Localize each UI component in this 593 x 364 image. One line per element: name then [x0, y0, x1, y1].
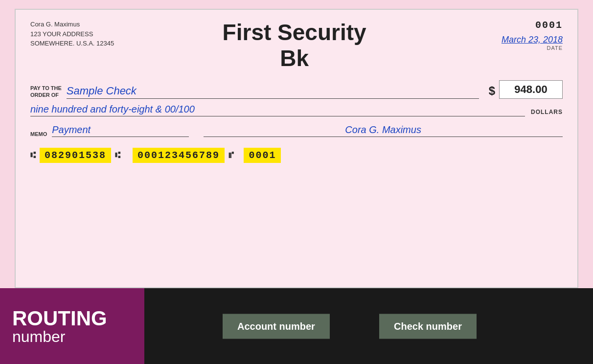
legend-right-area: Account number Check number — [144, 288, 593, 364]
owner-name: Cora G. Maximus — [30, 20, 114, 29]
payee-name: Sample Check — [67, 85, 137, 97]
memo-line: Payment — [52, 124, 189, 137]
check-owner-info: Cora G. Maximus 123 YOUR ADDRESS SOMEWHE… — [30, 20, 114, 48]
owner-address2: SOMEWHERE. U.S.A. 12345 — [30, 39, 114, 48]
dollars-label: DOLLARS — [531, 109, 563, 115]
account-number-micr: 000123456789 — [133, 148, 225, 163]
pay-to-row: PAY TO THE ORDER OF Sample Check $ 948.0… — [30, 80, 563, 99]
micr-equals-symbol: ⑈ — [228, 150, 234, 160]
check-header: Cora G. Maximus 123 YOUR ADDRESS SOMEWHE… — [30, 20, 563, 71]
memo-value: Payment — [52, 124, 91, 135]
routing-label-box: ROUTING number — [0, 288, 144, 364]
signature-line: Cora G. Maximus — [204, 124, 563, 137]
micr-close-symbol: ⑆ — [115, 150, 120, 160]
micr-open-symbol: ⑆ — [30, 150, 36, 160]
amount-box: 948.00 — [499, 80, 563, 99]
written-amount-row: nine hundred and forty-eight & 00/100 DO… — [30, 104, 563, 116]
check-date-value: March 23, 2018 — [475, 35, 563, 45]
routing-top-label: ROUTING — [12, 308, 132, 329]
check-number-label: Check number — [379, 314, 477, 339]
routing-bottom-label: number — [12, 329, 132, 344]
bank-name: First Security Bk — [114, 20, 475, 71]
memo-label: MEMO — [30, 131, 47, 137]
check-number-display: 0001 — [475, 20, 563, 31]
pay-to-label: PAY TO THE ORDER OF — [30, 85, 62, 99]
check-top-right: 0001 March 23, 2018 DATE — [475, 20, 563, 51]
signature-value: Cora G. Maximus — [345, 124, 421, 135]
payee-line: Sample Check — [67, 85, 479, 99]
check: Cora G. Maximus 123 YOUR ADDRESS SOMEWHE… — [15, 9, 578, 288]
micr-row: ⑆ 082901538 ⑆ 000123456789 ⑈ 0001 — [30, 148, 563, 163]
bottom-legend: ROUTING number Account number Check numb… — [0, 288, 593, 364]
check-date-label: DATE — [475, 45, 563, 51]
check-number-micr: 0001 — [244, 148, 281, 163]
routing-number-micr: 082901538 — [40, 148, 111, 163]
memo-sig-row: MEMO Payment Cora G. Maximus — [30, 124, 563, 137]
check-date-area: March 23, 2018 DATE — [475, 35, 563, 51]
written-amount-text: nine hundred and forty-eight & 00/100 — [30, 104, 195, 114]
account-number-label: Account number — [223, 314, 330, 339]
written-amount-line: nine hundred and forty-eight & 00/100 — [30, 104, 525, 116]
owner-address1: 123 YOUR ADDRESS — [30, 29, 114, 39]
dollar-sign: $ — [489, 84, 495, 98]
